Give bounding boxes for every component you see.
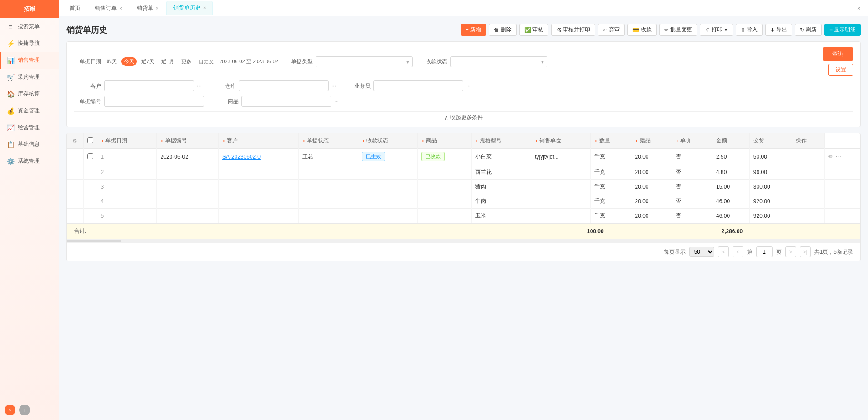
col-doc-num[interactable]: ⬆ 单据编号 bbox=[156, 133, 218, 149]
abandon-button[interactable]: ↩ 弃审 bbox=[598, 24, 625, 36]
goods-filter: 商品 ··· bbox=[211, 96, 339, 107]
customer-input[interactable] bbox=[104, 80, 194, 91]
col-spec[interactable]: ⬆ 规格型号 bbox=[472, 133, 531, 149]
row-spec bbox=[531, 180, 591, 194]
scroll-thumb[interactable] bbox=[67, 240, 121, 242]
edit-icon[interactable]: ✏ bbox=[828, 153, 833, 160]
per-page-select[interactable]: 50 20 100 200 bbox=[689, 247, 714, 257]
sidebar-item-system[interactable]: ⚙️ 系统管理 bbox=[0, 153, 59, 170]
sidebar-item-quick-nav[interactable]: ⚡ 快捷导航 bbox=[0, 35, 59, 52]
table-gear-icon[interactable]: ⚙ bbox=[72, 138, 77, 144]
tab-close-sales-order[interactable]: × bbox=[120, 6, 122, 11]
delete-button[interactable]: 🗑 删除 bbox=[489, 24, 517, 36]
staff-dots-icon[interactable]: ··· bbox=[466, 83, 471, 89]
tab-sales-goods[interactable]: 销货单 × bbox=[130, 1, 166, 15]
row-action-cell bbox=[824, 194, 860, 209]
last-page-button[interactable]: >| bbox=[800, 246, 811, 257]
table-settings-col[interactable]: ⚙ bbox=[67, 133, 83, 149]
batch-change-button[interactable]: ✏ 批量变更 bbox=[659, 24, 697, 36]
col-doc-status[interactable]: ⬆ 单据状态 bbox=[298, 133, 358, 149]
first-page-button[interactable]: |< bbox=[718, 246, 729, 257]
row-doc-num[interactable]: SA-20230602-0 bbox=[218, 149, 298, 165]
row-num-cell: 2 bbox=[97, 165, 156, 180]
print-button[interactable]: 🖨 打印 ▼ bbox=[700, 24, 733, 36]
goods-input[interactable] bbox=[241, 96, 331, 107]
tab-close-sales-goods[interactable]: × bbox=[156, 6, 159, 11]
customer-dots-icon[interactable]: ··· bbox=[197, 83, 201, 89]
sidebar-item-inventory[interactable]: 🏠 库存核算 bbox=[0, 85, 59, 102]
sidebar-item-basic-info[interactable]: 📋 基础信息 bbox=[0, 136, 59, 153]
row-doc-num[interactable] bbox=[218, 165, 298, 180]
sidebar-bottom-btn2[interactable]: ⏸ bbox=[19, 405, 30, 415]
row-doc-num[interactable] bbox=[218, 194, 298, 209]
date-tag-yesterday[interactable]: 昨天 bbox=[104, 57, 120, 66]
select-all-checkbox[interactable] bbox=[87, 137, 93, 143]
display-button[interactable]: ≡ 显示明细 bbox=[824, 24, 861, 36]
row-checkbox-cell bbox=[83, 209, 97, 223]
collapse-button[interactable]: ∧ 收起更多条件 bbox=[74, 111, 853, 121]
setup-button[interactable]: 设置 bbox=[828, 64, 853, 76]
new-button[interactable]: + 新增 bbox=[461, 24, 486, 36]
collect-status-select[interactable] bbox=[450, 56, 547, 67]
sales-icon: 📊 bbox=[7, 57, 14, 64]
prev-page-button[interactable]: < bbox=[733, 246, 743, 257]
doc-type-select[interactable] bbox=[316, 56, 413, 67]
row-checkbox-cell bbox=[83, 149, 97, 165]
sidebar-item-sales-mgmt[interactable]: 📊 销售管理 bbox=[0, 52, 59, 69]
warehouse-input[interactable] bbox=[239, 80, 329, 91]
tab-close-sales-history[interactable]: × bbox=[203, 5, 206, 10]
staff-input[interactable] bbox=[373, 80, 463, 91]
row-checkbox[interactable] bbox=[87, 153, 93, 159]
collect-status-label: 收款状态 bbox=[420, 58, 447, 65]
sort-icon: ⬆ bbox=[161, 139, 164, 143]
sidebar-bottom-btn1[interactable]: ☀ bbox=[5, 405, 15, 415]
doc-num-link[interactable]: SA-20230602-0 bbox=[222, 154, 261, 160]
col-price[interactable]: ⬆ 单价 bbox=[672, 133, 712, 149]
warehouse-dots-icon[interactable]: ··· bbox=[331, 83, 336, 89]
footer-total-qty: 100.00 bbox=[587, 228, 604, 235]
page-number-input[interactable] bbox=[756, 246, 773, 257]
date-tag-more[interactable]: 更多 bbox=[179, 57, 194, 66]
import-button[interactable]: ⬆ 导入 bbox=[736, 24, 763, 36]
staff-filter: 业务员 ··· bbox=[343, 80, 471, 91]
refresh-button[interactable]: ↻ 刷新 bbox=[795, 24, 822, 36]
date-tag-1month[interactable]: 近1月 bbox=[159, 57, 177, 66]
col-customer[interactable]: ⬆ 客户 bbox=[218, 133, 298, 149]
tab-home[interactable]: 首页 bbox=[63, 1, 87, 15]
audit-button[interactable]: ✅ 审核 bbox=[519, 24, 548, 36]
sidebar-item-operations[interactable]: 📈 经营管理 bbox=[0, 119, 59, 136]
row-doc-num[interactable] bbox=[218, 209, 298, 223]
row-price: 4.80 bbox=[712, 165, 750, 180]
export-button[interactable]: ⬇ 导出 bbox=[765, 24, 792, 36]
tab-sales-order[interactable]: 销售订单 × bbox=[88, 1, 129, 15]
col-goods[interactable]: ⬆ 商品 bbox=[417, 133, 471, 149]
col-unit[interactable]: ⬆ 销售单位 bbox=[531, 133, 591, 149]
col-gift[interactable]: ⬆ 赠品 bbox=[631, 133, 672, 149]
col-doc-date[interactable]: ⬆ 单据日期 bbox=[97, 133, 156, 149]
row-customer bbox=[298, 209, 358, 223]
goods-dots-icon[interactable]: ··· bbox=[334, 98, 339, 105]
row-gear-cell bbox=[67, 209, 83, 223]
basic-info-icon: 📋 bbox=[7, 141, 14, 148]
window-close-button[interactable]: × bbox=[853, 3, 864, 14]
system-icon: ⚙️ bbox=[7, 158, 14, 165]
row-doc-num[interactable] bbox=[218, 180, 298, 194]
doc-num-input[interactable] bbox=[104, 96, 204, 107]
row-trade bbox=[792, 165, 824, 180]
sidebar-item-purchase-mgmt[interactable]: 🛒 采购管理 bbox=[0, 69, 59, 85]
horizontal-scrollbar[interactable] bbox=[67, 239, 860, 242]
date-tag-7days[interactable]: 近7天 bbox=[139, 57, 157, 66]
row-goods: 牛肉 bbox=[472, 194, 531, 209]
sidebar-item-search-menu[interactable]: ≡ 搜索菜单 bbox=[0, 18, 59, 35]
more-action-icon[interactable]: ⋯ bbox=[835, 153, 841, 160]
collect-button[interactable]: 💳 收款 bbox=[627, 24, 657, 36]
date-tag-today[interactable]: 今天 bbox=[121, 57, 137, 66]
date-tag-custom[interactable]: 自定义 bbox=[196, 57, 216, 66]
audit-print-button[interactable]: 🖨 审核并打印 bbox=[551, 24, 595, 36]
tab-sales-history[interactable]: 销货单历史 × bbox=[166, 1, 213, 15]
query-button[interactable]: 查询 bbox=[823, 47, 853, 61]
next-page-button[interactable]: > bbox=[785, 246, 796, 257]
sidebar-item-finance[interactable]: 💰 资金管理 bbox=[0, 102, 59, 119]
col-qty[interactable]: ⬆ 数量 bbox=[591, 133, 631, 149]
col-collect-status[interactable]: ⬆ 收款状态 bbox=[358, 133, 417, 149]
